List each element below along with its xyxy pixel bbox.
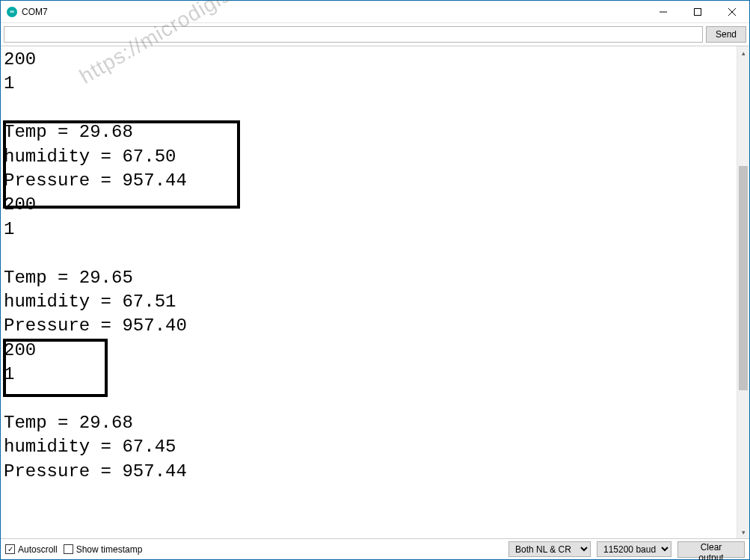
serial-output: 200 1 Temp = 29.68 humidity = 67.50 Pres… xyxy=(1,46,737,538)
baud-select[interactable]: 115200 baud xyxy=(597,541,671,557)
arduino-icon: ∞ xyxy=(7,7,17,17)
scroll-thumb[interactable] xyxy=(739,166,748,390)
autoscroll-label: Autoscroll xyxy=(18,544,58,555)
timestamp-label: Show timestamp xyxy=(76,544,143,555)
minimize-button[interactable] xyxy=(646,1,680,22)
svg-rect-1 xyxy=(695,8,701,15)
send-button[interactable]: Send xyxy=(706,26,746,43)
titlebar: ∞ COM7 xyxy=(1,1,749,23)
timestamp-checkbox[interactable]: Show timestamp xyxy=(64,544,143,555)
serial-input[interactable] xyxy=(4,26,703,43)
checkbox-icon: ✓ xyxy=(5,544,15,554)
window-controls xyxy=(646,1,749,22)
send-toolbar: Send xyxy=(1,23,749,46)
serial-monitor-window: ∞ COM7 Send 200 1 Temp = 29.68 humidity … xyxy=(0,0,750,560)
line-ending-select[interactable]: Both NL & CR xyxy=(508,541,591,557)
checkbox-icon xyxy=(64,544,73,554)
scroll-up-icon[interactable]: ▴ xyxy=(737,46,749,59)
output-area: 200 1 Temp = 29.68 humidity = 67.50 Pres… xyxy=(1,46,749,538)
clear-output-button[interactable]: Clear output xyxy=(677,541,745,558)
close-button[interactable] xyxy=(715,1,749,22)
statusbar: ✓ Autoscroll Show timestamp Both NL & CR… xyxy=(1,538,749,559)
vertical-scrollbar[interactable]: ▴ ▾ xyxy=(737,46,749,538)
autoscroll-checkbox[interactable]: ✓ Autoscroll xyxy=(5,544,58,555)
scroll-down-icon[interactable]: ▾ xyxy=(737,526,749,538)
maximize-button[interactable] xyxy=(680,1,715,22)
window-title: COM7 xyxy=(22,7,646,17)
